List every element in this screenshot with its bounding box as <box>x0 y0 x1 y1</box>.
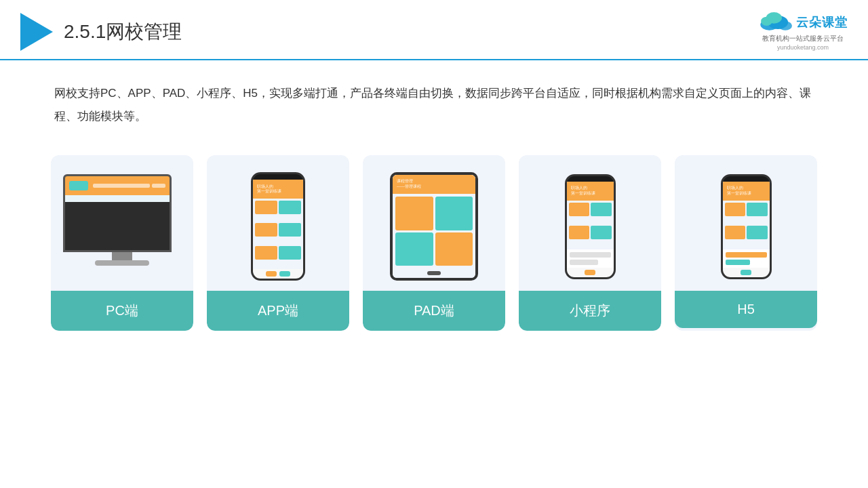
app-label: APP端 <box>207 291 349 331</box>
page-header: 2.5.1网校管理 云朵课堂 教育机构一站式服务云平台 yunduoketang… <box>0 0 868 60</box>
tablet-body <box>393 194 475 268</box>
mobile-body <box>253 199 303 269</box>
h5-header: 职场人的第一堂训练课 <box>723 182 770 201</box>
tablet-mockup: 课程管理——管理课程 <box>390 172 478 281</box>
pc-image-area <box>51 155 193 291</box>
mini-header: 职场人的第一堂训练课 <box>567 182 614 201</box>
tablet-button <box>427 271 441 275</box>
svg-point-2 <box>778 21 792 30</box>
logo-tagline: 教育机构一站式服务云平台 <box>762 34 844 43</box>
pc-screen-top <box>65 176 170 195</box>
pc-screen <box>63 174 172 252</box>
h5-label: H5 <box>675 291 817 328</box>
card-h5: 职场人的第一堂训练课 <box>675 155 817 331</box>
h5-body <box>723 201 770 249</box>
mobile-notch <box>268 174 288 180</box>
tablet-header: 课程管理——管理课程 <box>393 175 475 194</box>
mobile-header: 职场人的第一堂训练课 <box>253 180 303 199</box>
h5-screen: 职场人的第一堂训练课 <box>723 182 770 277</box>
h5-btn-row <box>723 268 770 277</box>
h5-header-text: 职场人的第一堂训练课 <box>727 186 751 195</box>
description-text: 网校支持PC、APP、PAD、小程序、H5，实现多端打通，产品各终端自由切换，数… <box>0 60 868 142</box>
description-content: 网校支持PC、APP、PAD、小程序、H5，实现多端打通，产品各终端自由切换，数… <box>54 87 811 123</box>
mini-screen: 职场人的第一堂训练课 <box>567 182 614 277</box>
title-prefix: 2.5.1 <box>64 21 106 42</box>
pad-label: PAD端 <box>363 291 505 331</box>
logo-cloud: 云朵课堂 <box>758 12 848 33</box>
h5-mockup: 职场人的第一堂训练课 <box>721 174 772 279</box>
miniprogram-mockup: 职场人的第一堂训练课 <box>565 174 616 279</box>
logo-url: yunduoketang.com <box>777 44 829 51</box>
mobile-btn-row <box>253 269 303 279</box>
card-pc: PC端 <box>51 155 193 331</box>
mini-btn-row <box>567 268 614 277</box>
pc-mockup <box>63 174 182 279</box>
header-left: 2.5.1网校管理 <box>20 13 182 51</box>
cards-container: PC端 职场人的第一堂训练课 <box>0 142 868 351</box>
card-app: 职场人的第一堂训练课 APP端 <box>207 155 349 331</box>
logo-text: 云朵课堂 <box>796 14 848 30</box>
mini-header-text: 职场人的第一堂训练课 <box>571 186 595 195</box>
mini-body <box>567 201 614 249</box>
tablet-screen: 课程管理——管理课程 <box>393 175 475 278</box>
mobile-header-text: 职场人的第一堂训练课 <box>257 184 281 194</box>
mini-notch <box>580 176 600 182</box>
title-main: 网校管理 <box>106 21 182 42</box>
page-title: 2.5.1网校管理 <box>64 19 182 45</box>
pc-base <box>95 260 149 266</box>
play-icon <box>20 13 53 51</box>
h5-image-area: 职场人的第一堂训练课 <box>675 155 817 291</box>
pc-neck <box>112 252 132 260</box>
miniprogram-image-area: 职场人的第一堂训练课 <box>519 155 661 291</box>
app-image-area: 职场人的第一堂训练课 <box>207 155 349 291</box>
pc-label: PC端 <box>51 291 193 331</box>
mobile-screen: 职场人的第一堂训练课 <box>253 180 303 279</box>
card-miniprogram: 职场人的第一堂训练课 <box>519 155 661 331</box>
cloud-icon <box>758 12 792 33</box>
h5-notch <box>736 176 756 182</box>
svg-point-4 <box>766 12 782 24</box>
miniprogram-label: 小程序 <box>519 291 661 331</box>
app-mockup: 职场人的第一堂训练课 <box>251 172 305 281</box>
pc-screen-body <box>65 195 170 202</box>
logo-area: 云朵课堂 教育机构一站式服务云平台 yunduoketang.com <box>758 12 848 51</box>
pad-image-area: 课程管理——管理课程 <box>363 155 505 291</box>
card-pad: 课程管理——管理课程 PAD端 <box>363 155 505 331</box>
